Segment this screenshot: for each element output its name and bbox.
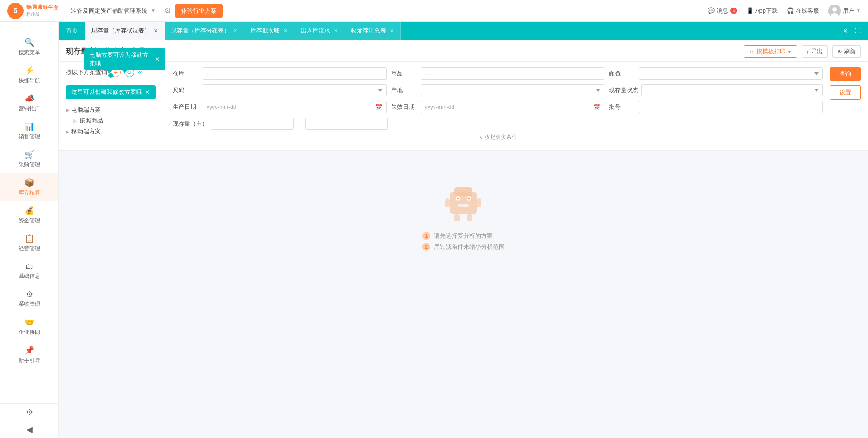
tab-close-all-button[interactable]: ✕ [839,24,852,37]
chevron-down-icon: ▼ [151,8,156,13]
sidebar-label: 库存核算 [19,189,40,197]
cart-icon: 🛒 [24,150,34,160]
sidebar-item-enterprise[interactable]: 🤝 企业协同 [0,313,58,341]
scheme-tree-pc[interactable]: ▶ 电脑端方案 [66,104,165,115]
sidebar-settings-button[interactable]: ⚙ [0,404,58,421]
tab-batch-ledger[interactable]: 库存批次账 ✕ [244,22,294,40]
export-icon: ↑ [807,48,810,55]
megaphone-icon: 📣 [24,94,34,104]
svg-point-9 [457,198,459,200]
tab-in-out-flow[interactable]: 出入库流水 ✕ [294,22,344,40]
color-label: 颜色 [609,70,636,78]
stock-qty-min-input[interactable] [211,118,294,130]
empty-illustration [441,178,486,225]
size-select[interactable] [203,84,387,96]
gear-icon[interactable]: ⚙ [160,4,175,18]
sidebar-item-finance[interactable]: 💰 资金管理 [0,201,58,229]
warehouse-field: 仓库 ··· [173,67,387,80]
top-right-actions: 💬 消息 6 📱 App下载 🎧 在线客服 用户 ▼ [708,5,861,17]
step-2-label: 用过滤条件来缩小分析范围 [434,243,505,251]
scheme-tree-mobile[interactable]: ▶ 移动端方案 [66,126,165,137]
tab-maximize-button[interactable]: ⛶ [852,24,864,37]
sidebar-item-operations[interactable]: 📋 经营管理 [0,229,58,257]
message-label: 消息 [717,7,728,15]
print-button[interactable]: 🖨 按模板打印 ▼ [744,45,797,58]
color-select[interactable] [639,67,823,80]
sidebar-item-baseinfo[interactable]: 🗂 基础信息 [0,257,58,285]
stock-status-field: 现存量状态 [609,84,823,96]
sidebar-label: 搜索菜单 [19,49,40,57]
prod-date-label: 生产日期 [173,103,200,111]
sidebar-item-system[interactable]: ⚙ 系统管理 [0,285,58,313]
experience-button[interactable]: 体验行业方案 [175,4,223,18]
batch-no-field: 批号 [609,101,823,113]
svg-rect-15 [467,214,472,221]
logo-brand: 畅通通好生意 [26,4,59,11]
svg-rect-11 [458,204,469,207]
product-input-wrapper[interactable]: ··· [421,67,605,80]
stock-qty-max-input[interactable] [305,118,388,130]
scheme-edit-popup-text: 这里可以创建和修改方案哦 ✕ [66,85,156,99]
user-menu[interactable]: 用户 ▼ [828,5,861,17]
phone-icon: 📱 [746,7,754,14]
tab-inventory-dist[interactable]: 现存量（库存分布表） ✕ [165,22,244,40]
tab-close-icon[interactable]: ✕ [334,28,338,34]
tab-recv-summary[interactable]: 收发存汇总表 ✕ [344,22,401,40]
batch-no-label: 批号 [609,103,636,111]
sidebar-item-sales[interactable]: 📊 销售管理 [0,117,58,145]
tab-close-icon[interactable]: ✕ [390,28,394,34]
sidebar-logo [0,22,58,33]
sidebar-item-quick-nav[interactable]: ⚡ 快捷导航 [0,61,58,89]
reset-button[interactable]: 设置 [830,85,861,100]
exp-date-placeholder: yyyy-mm-dd [425,104,454,110]
sidebar-item-guide[interactable]: 📌 新手引导 [0,341,58,369]
sidebar-label: 快捷导航 [19,77,40,85]
tab-close-icon[interactable]: ✕ [233,28,237,34]
sidebar-item-purchase[interactable]: 🛒 采购管理 [0,145,58,173]
tab-close-icon[interactable]: ✕ [154,28,158,34]
search-icon: 🔍 [24,38,34,47]
flash-icon: ⚡ [24,66,34,75]
sidebar-item-marketing[interactable]: 📣 营销推广 [0,89,58,117]
origin-select[interactable] [421,84,605,96]
sidebar-label: 企业协同 [19,329,40,336]
filter-row-3: 生产日期 yyyy-mm-dd 📅 失效日期 [173,101,823,113]
refresh-button[interactable]: ↻ 刷新 [832,45,861,58]
sidebar-bottom: ⚙ ◀ [0,403,58,438]
warehouse-dots: ··· [207,70,214,77]
scheme-edit-popup-close[interactable]: ✕ [145,89,150,96]
warehouse-input-wrapper[interactable]: ··· [203,67,387,80]
message-button[interactable]: 💬 消息 6 [708,7,737,15]
tab-close-icon[interactable]: ✕ [283,28,288,34]
export-button[interactable]: ↑ 导出 [802,45,828,58]
filter-fields: 仓库 ··· 商品 ··· [173,67,823,145]
online-service-button[interactable]: 🎧 在线客服 [787,7,819,15]
stock-status-select[interactable] [641,84,823,96]
chart-icon: 📊 [24,122,34,132]
scheme-tree-pc-children: ▶ 按照商品 [66,115,165,126]
sidebar-label: 基础信息 [19,273,40,280]
stock-status-label: 现存量状态 [609,86,638,94]
tab-end-actions: ✕ ⛶ [839,24,868,37]
batch-no-input[interactable] [639,101,823,113]
tab-home[interactable]: 首页 [59,22,85,40]
app-download-button[interactable]: 📱 App下载 [746,7,778,15]
query-button[interactable]: 查询 [830,67,861,81]
prod-date-placeholder: yyyy-mm-dd [207,104,236,110]
svg-rect-13 [477,198,481,207]
empty-step-1: 1 请先选择要分析的方案 [422,232,505,240]
logo-icon: 6 [7,3,24,19]
prod-date-input[interactable]: yyyy-mm-dd 📅 [203,101,387,113]
scheme-tree-pc-child-1[interactable]: ▶ 按照商品 [73,115,165,126]
system-selector[interactable]: 装备及固定资产辅助管理系统 ▼ [66,5,160,17]
filter-row-1: 仓库 ··· 商品 ··· [173,67,823,80]
sidebar-collapse-button[interactable]: ◀ [0,421,58,438]
step-num-1: 1 [422,232,430,240]
sidebar-item-search-menu[interactable]: 🔍 搜索菜单 [0,33,58,61]
svg-rect-14 [454,214,460,221]
tab-inventory-status[interactable]: 现存量（库存状况表） ✕ [85,22,165,40]
exp-date-input[interactable]: yyyy-mm-dd 📅 [421,101,605,113]
collapse-button[interactable]: ∧ 收起更多条件 [479,133,517,141]
scheme-popup-close[interactable]: ✕ [155,56,160,63]
sidebar-item-inventory[interactable]: 📦 库存核算 [0,173,58,201]
